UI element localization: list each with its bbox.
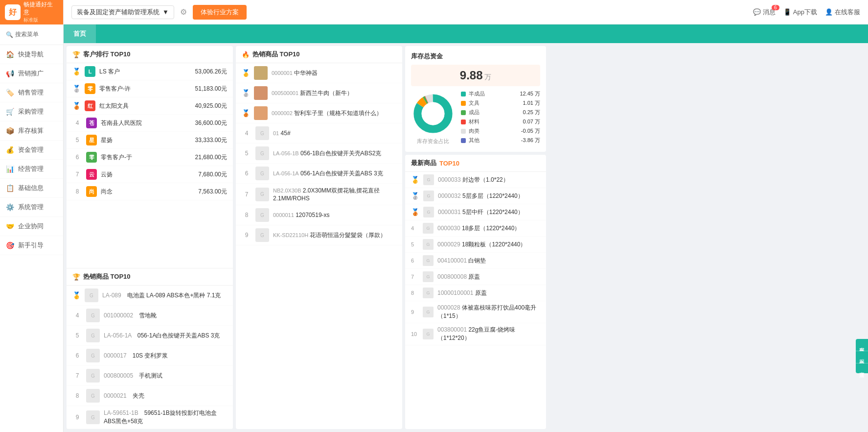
customer-avatar: L	[85, 66, 95, 77]
product-row: 9 G KK-SD22110H 花语萌恒温分髮髮袋（厚款）	[236, 225, 402, 245]
message-button[interactable]: 💬 消息 6	[753, 8, 776, 17]
float-service: 客服热线 服务社区 直播	[856, 339, 868, 373]
sidebar-item-label: 系统管理	[18, 203, 44, 212]
hot-products-middle-header: 🏆 热销商品 TOP10	[67, 268, 233, 286]
inventory-card-title: 库存总资金	[411, 52, 443, 61]
customer-hotline-button[interactable]: 客服热线	[856, 339, 868, 351]
rank-number: 8	[411, 290, 419, 296]
rank-number: 9	[242, 232, 251, 239]
new-products-title: 最新商品	[411, 159, 436, 168]
service-community-button[interactable]: 服务社区	[856, 351, 868, 363]
search-menu-button[interactable]: 🔍 搜索菜单	[4, 28, 59, 41]
rank-number: 6	[411, 258, 419, 264]
rank-number: 10	[411, 331, 419, 337]
product-thumbnail: G	[86, 349, 100, 362]
legend-name: 材料	[469, 118, 520, 125]
tab-home[interactable]: 首页	[64, 24, 96, 43]
purchase-icon: 🛒	[6, 108, 14, 116]
customer-name: 零售客户-许	[99, 85, 191, 93]
product-thumbnail: G	[255, 167, 269, 180]
new-product-info: 0000032 5层多层（1220*2440）	[438, 192, 540, 200]
logo-text: 畅捷通好生意	[23, 1, 58, 16]
product-info: LA-056-1A 056-1A白色按键开关盖ABS 3克	[104, 332, 227, 340]
online-service-button[interactable]: 👤 在线客服	[825, 8, 860, 17]
rank-number: 5	[72, 137, 82, 144]
legend-dot	[461, 138, 466, 143]
app-download-button[interactable]: 📱 App下载	[783, 8, 817, 17]
sidebar-item-finance[interactable]: 💰 资金管理	[0, 141, 63, 160]
product-thumbnail: G	[255, 146, 269, 160]
product-info: 0000021 夹壳	[104, 392, 227, 400]
new-product-row: 8 G 10000100001 原盖	[405, 285, 546, 301]
legend-dot	[461, 129, 466, 134]
phone-icon: 📱	[783, 8, 791, 16]
home-icon: 🏠	[6, 50, 14, 58]
live-stream-button[interactable]: 直播	[856, 363, 868, 373]
hot-products-middle: 🏆 热销商品 TOP10 🥇 G LA-089 电池盖 LA-089 ABS本色…	[67, 268, 233, 429]
product-info: 0000017 10S 变利罗浆	[104, 352, 227, 360]
sidebar-item-system[interactable]: ⚙️ 系统管理	[0, 198, 63, 217]
product-info: 001000002 雪地靴	[104, 312, 227, 320]
nav-tabs: 首页	[64, 24, 868, 43]
rank-number: 8	[72, 392, 82, 399]
product-thumbnail: G	[423, 307, 434, 317]
main-area: 装备及固定资产辅助管理系统 ▼ ⚙ 体验行业方案 💬 消息 6 📱 App下载 …	[64, 0, 868, 432]
inventory-icon: 📦	[6, 127, 14, 135]
medal-icon: 🥈	[242, 89, 250, 97]
new-products-list: 🥇 G 0000033 封边带（1.0*22） 🥈 G 0000032 5层多层…	[405, 172, 546, 345]
customer-amount: 40,925.00元	[195, 102, 227, 110]
customer-rank-row: 🥈 零 零售客户-许 51,183.00元	[67, 80, 233, 97]
sidebar-item-sales[interactable]: 🏷️ 销售管理	[0, 83, 63, 102]
customer-amount: 21,680.00元	[195, 153, 227, 162]
product-thumbnail: G	[423, 191, 434, 201]
medal-icon: 🥉	[242, 109, 250, 117]
sidebar-item-operations[interactable]: 📊 经营管理	[0, 160, 63, 179]
product-info: LA-056-1A 056-1A白色按键开关盖ABS 3克	[273, 169, 396, 178]
trial-button[interactable]: 体验行业方案	[193, 5, 247, 20]
product-info: 000500001 新西兰牛肉（新牛）	[272, 89, 396, 97]
customer-amount: 36,600.00元	[195, 119, 227, 127]
product-thumbnail: G	[423, 329, 434, 339]
sidebar-item-guide[interactable]: 🎯 新手引导	[0, 236, 63, 255]
customer-ranking-list: 🥇 L LS 客户 53,006.26元 🥈 零 零售客户-许 51,183.0…	[67, 63, 233, 268]
marketing-icon: 📢	[6, 70, 14, 77]
product-info: 0000002 智利车子里（规格不知道填什么）	[272, 109, 396, 118]
medal-icon: 🥇	[242, 69, 250, 77]
hot-products-title: 热销商品 TOP10	[252, 50, 300, 59]
customer-ranking-header: 🏆 客户排行 TOP10	[67, 46, 233, 63]
rank-number: 5	[72, 332, 82, 339]
sidebar-item-purchase[interactable]: 🛒 采购管理	[0, 102, 63, 121]
rank-number: 4	[72, 312, 82, 319]
new-product-info: 0000030 18多层（1220*2440）	[437, 224, 540, 233]
product-thumbnail: G	[255, 188, 269, 201]
product-info: 0000001 中华神器	[272, 69, 396, 77]
product-row: 4 G 001000002 雪地靴	[67, 306, 233, 326]
settings-icon[interactable]: ⚙	[180, 7, 187, 17]
new-products-section: 最新商品 TOP10 🥇 G 0000033 封边带（1.0*22） 🥈 G 0…	[405, 155, 546, 429]
product-row: 9 G LA-59651-1B 59651-1B旋转投影灯电池盒ABS黑色+58…	[67, 406, 233, 429]
customer-name: 零售客户-于	[101, 153, 191, 162]
sidebar-item-label: 快捷导航	[18, 50, 44, 59]
new-product-row: 5 G 0000029 18颗粒板（1220*2440）	[405, 237, 546, 253]
sidebar-item-inventory[interactable]: 📦 库存核算	[0, 121, 63, 141]
legend-value: -3.86 万	[521, 137, 540, 144]
product-info: LA-056-1B 056-1B白色按键开关壳ABS2克	[273, 149, 396, 158]
medal-icon: 🥈	[72, 85, 81, 93]
sidebar-item-collaboration[interactable]: 🤝 企业协同	[0, 217, 63, 236]
customer-amount: 7,680.00元	[198, 170, 227, 179]
product-row: 🥇 G LA-089 电池盖 LA-089 ABS本色+黑种 7.1克	[67, 286, 233, 306]
sidebar-item-basicinfo[interactable]: 📋 基础信息	[0, 179, 63, 198]
system-icon: ⚙️	[6, 203, 14, 211]
rank-number: 7	[242, 191, 251, 198]
sidebar-item-home[interactable]: 🏠 快捷导航	[0, 45, 63, 64]
new-product-info: 0000028 体被嘉枝味苏打饮品400毫升（1*15）	[437, 304, 540, 320]
operations-icon: 📊	[6, 165, 14, 173]
message-badge: 6	[772, 5, 779, 10]
sidebar-item-marketing[interactable]: 📢 营销推广	[0, 64, 63, 83]
system-selector[interactable]: 装备及固定资产辅助管理系统 ▼	[71, 5, 174, 19]
app-download-label: App下载	[793, 8, 817, 17]
rank-number: 6	[72, 154, 82, 161]
hot-products-middle-title: 热销商品 TOP10	[83, 272, 131, 281]
new-product-row: 4 G 0000030 18多层（1220*2440）	[405, 220, 546, 237]
legend-value: 0.07 万	[523, 118, 540, 125]
